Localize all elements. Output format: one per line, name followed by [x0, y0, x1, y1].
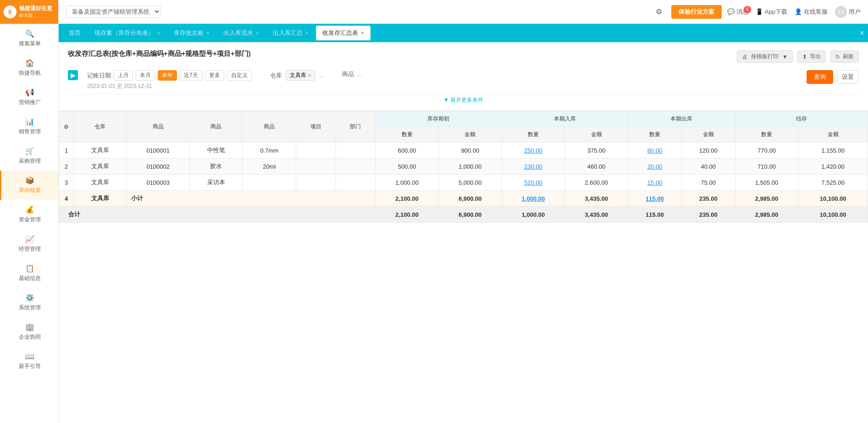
- search-btn[interactable]: 查询: [807, 70, 833, 84]
- topbar: 装备及固定资产辅助管理系统 ⚙ 体验行业方案 💬 消息 6 📱 App下载 👤 …: [59, 0, 868, 24]
- cell-dept: [336, 143, 376, 159]
- sidebar-item-inventory[interactable]: 📦 库存核算: [0, 170, 58, 200]
- footer-out-amt: 235.00: [681, 207, 735, 223]
- sidebar-item-quicknav[interactable]: 🏠 快捷导航: [0, 53, 58, 82]
- table-row: 3 文具库 0100003 采访本 1,000.00 5,000.00 520.…: [59, 175, 868, 191]
- tab-recv-send-summary[interactable]: 收发存汇总表 ×: [316, 26, 370, 40]
- date-prev-btn[interactable]: 上月: [114, 70, 133, 81]
- tab-inout-summary[interactable]: 出入库汇总 ×: [266, 26, 315, 40]
- cell-out-qty[interactable]: 15.00: [628, 175, 681, 191]
- subtotal-out-amt: 235.00: [681, 191, 735, 207]
- goods-more[interactable]: ...: [358, 71, 362, 77]
- tab-home-label: 首页: [69, 29, 81, 37]
- tab-inout-flow-close[interactable]: ×: [256, 30, 259, 36]
- sidebar-item-sales[interactable]: 📊 销售管理: [0, 112, 58, 141]
- date-curr-btn[interactable]: 本月: [136, 70, 155, 81]
- subtotal-out-qty: 115.00: [628, 191, 681, 207]
- print-btn[interactable]: 🖨 按模板打印 ▼: [737, 50, 793, 63]
- gear-icon[interactable]: ⚙: [652, 5, 666, 18]
- cell-out-qty[interactable]: 80.00: [628, 143, 681, 159]
- tab-inventory-dist[interactable]: 现存量（库存分布表） ×: [88, 26, 166, 40]
- system-selector[interactable]: 装备及固定资产辅助管理系统: [66, 5, 161, 18]
- export-btn[interactable]: ⬆ 导出: [797, 50, 826, 63]
- expand-btn[interactable]: ▼ 展开更多条件: [443, 96, 483, 104]
- sidebar-logo: 6 畅捷通好生意 标准版: [0, 0, 58, 24]
- table-wrapper: ⚙ 仓库 商品 商品 商品 项目 部门 库存期初 本期入库 本期出库 结存 数量: [59, 111, 868, 223]
- tab-inout-flow[interactable]: 出入库流水 ×: [217, 26, 265, 40]
- app-download-btn[interactable]: 📱 App下载: [756, 8, 787, 16]
- sidebar-item-purchase[interactable]: 🛒 采购管理: [0, 141, 58, 170]
- th-bal-qty: 数量: [735, 127, 798, 143]
- cell-in-amt: 460.00: [565, 159, 628, 175]
- sidebar-item-system[interactable]: ⚙️ 系统管理: [0, 288, 58, 317]
- footer-open-qty: 2,100.00: [376, 207, 439, 223]
- filter-collapse-btn[interactable]: ▶: [68, 70, 78, 80]
- sidebar-item-enterprise[interactable]: 🏢 企业协同: [0, 317, 58, 346]
- subtotal-open-amt: 6,900.00: [438, 191, 502, 207]
- cell-project: [296, 159, 336, 175]
- logo-text: 畅捷通好生意 标准版: [19, 5, 52, 19]
- table-row: 2 文具库 0100002 胶水 20ml 500.00 1,000.00 23…: [59, 159, 868, 175]
- sidebar-item-label: 快捷导航: [19, 69, 41, 77]
- enterprise-icon: 🏢: [25, 323, 34, 331]
- cell-dept: [336, 159, 376, 175]
- trial-btn[interactable]: 体验行业方案: [671, 5, 722, 19]
- user-btn[interactable]: Ea 用户: [835, 6, 861, 18]
- cell-out-qty[interactable]: 20.00: [628, 159, 681, 175]
- th-open-qty: 数量: [376, 127, 439, 143]
- tab-batch-ledger[interactable]: 库存批次账 ×: [167, 26, 216, 40]
- th-warehouse: 仓库: [74, 111, 127, 143]
- cell-project: [296, 175, 336, 191]
- message-btn[interactable]: 💬 消息 6: [727, 8, 748, 16]
- cell-in-qty[interactable]: 520.00: [502, 175, 565, 191]
- cell-goods-spec: [243, 175, 296, 191]
- date-year-btn[interactable]: 本年: [158, 70, 177, 81]
- sidebar-item-business[interactable]: 📈 经营管理: [0, 229, 58, 258]
- tab-batch-ledger-close[interactable]: ×: [206, 30, 210, 36]
- user-label: 用户: [849, 8, 861, 16]
- th-dept: 部门: [336, 111, 376, 143]
- th-settings[interactable]: ⚙: [59, 111, 74, 143]
- sidebar-item-finance[interactable]: 💰 资金管理: [0, 200, 58, 229]
- inventory-icon: 📦: [25, 176, 34, 185]
- online-service-btn[interactable]: 👤 在线客服: [795, 8, 828, 16]
- tabbar-close-icon[interactable]: ×: [859, 28, 864, 38]
- date-custom-btn[interactable]: 自定义: [227, 70, 252, 81]
- tab-inout-summary-close[interactable]: ×: [305, 30, 309, 36]
- cell-out-amt: 40.00: [681, 159, 735, 175]
- sidebar-item-label: 新手引导: [19, 363, 41, 370]
- baseinfo-icon: 📋: [25, 264, 34, 273]
- collapse-icon[interactable]: ▶: [68, 70, 78, 80]
- sidebar-item-guide[interactable]: 📖 新手引导: [0, 346, 58, 376]
- warehouse-tag-close[interactable]: ×: [308, 72, 311, 79]
- cell-open-amt: 1,000.00: [438, 159, 502, 175]
- sidebar-item-search[interactable]: 🔍 搜索菜单: [0, 24, 58, 53]
- cell-in-qty[interactable]: 250.00: [502, 143, 565, 159]
- date-more-btn[interactable]: 更多: [205, 70, 224, 81]
- message-icon: 💬: [727, 8, 735, 15]
- sidebar-item-label: 资金管理: [19, 216, 41, 224]
- footer-label: 合计: [59, 207, 376, 223]
- footer-out-qty: 115.00: [628, 207, 681, 223]
- finance-icon: 💰: [25, 205, 34, 214]
- refresh-btn[interactable]: ↻ 刷新: [830, 50, 859, 63]
- table-settings-btn[interactable]: 设置: [837, 70, 859, 84]
- warehouse-more[interactable]: ...: [319, 72, 324, 79]
- sidebar-item-label: 系统管理: [19, 304, 41, 312]
- tab-inventory-dist-close[interactable]: ×: [157, 30, 160, 36]
- warehouse-value: 文具库: [290, 71, 306, 79]
- th-in-group: 本期入库: [502, 111, 628, 127]
- cell-open-qty: 600.00: [376, 143, 439, 159]
- tab-recv-send-summary-close[interactable]: ×: [361, 30, 364, 36]
- date-7days-btn[interactable]: 近7天: [180, 70, 202, 81]
- print-label: 按模板打印: [751, 53, 779, 60]
- sidebar-item-marketing[interactable]: 📢 营销推广: [0, 82, 58, 112]
- tab-home[interactable]: 首页: [62, 26, 87, 40]
- cell-out-amt: 75.00: [681, 175, 735, 191]
- cell-in-qty[interactable]: 230.00: [502, 159, 565, 175]
- expand-row: ▼ 展开更多条件: [68, 94, 859, 106]
- footer-in-amt: 3,435.00: [565, 207, 628, 223]
- tab-inout-flow-label: 出入库流水: [223, 29, 253, 37]
- sidebar-item-baseinfo[interactable]: 📋 基础信息: [0, 258, 58, 288]
- th-in-amt: 金额: [565, 127, 628, 143]
